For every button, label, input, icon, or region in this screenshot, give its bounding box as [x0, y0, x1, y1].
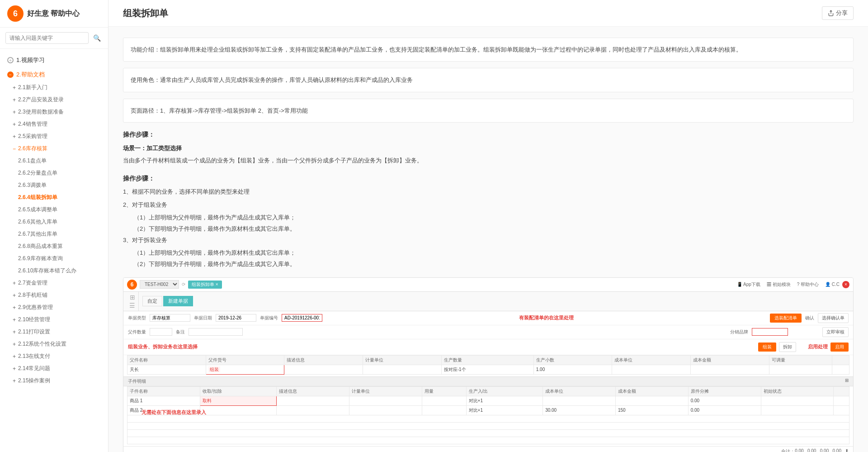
sidebar-item-install[interactable]: + 2.2产品安装及登录 [0, 94, 108, 106]
step2-sub1: （1）上部明细为父件明细，最终作为产成品生成其它入库单； [134, 212, 854, 224]
mock-sync-icon: ⟳ [182, 282, 185, 287]
mock-total-values: 0.00 0.00 0.00 0.00 [795, 448, 841, 452]
sidebar-item-cases[interactable]: + 2.15操作案例 [0, 375, 108, 387]
sidebar-item-faq[interactable]: + 2.14常见问题 [0, 362, 108, 375]
mock-th-cost-unit: 成本单位 [612, 355, 691, 365]
role-block: 使用角色：通常由生产人员或库管人员完成拆装业务的操作，库管人员确认原材料的出库和… [123, 68, 854, 92]
sidebar-item-finance[interactable]: + 2.7资金管理 [0, 277, 108, 289]
mock-enable-btn[interactable]: 启用 [830, 343, 849, 352]
sidebar-item-coupon[interactable]: + 2.9优惠券管理 [0, 301, 108, 314]
mock-total-label: 合计： [781, 448, 795, 452]
main-content: 功能介绍：组装拆卸单用来处理企业组装或拆卸等加工业务，支持有固定装配清单的产品加… [108, 27, 868, 452]
mock-ctd2-prod-io: 对比+1 [466, 405, 543, 415]
sidebar-item-payment[interactable]: + 2.13在线支付 [0, 350, 108, 362]
mock-td-prod-qty: 按对应-1个 [441, 365, 533, 374]
sidebar-item-custom[interactable]: + 2.12系统个性化设置 [0, 338, 108, 350]
mock-th-cost-amt: 成本金额 [691, 355, 769, 365]
mock-cth-cost-amt: 成本金额 [615, 386, 688, 396]
nav-children-docs: + 2.1新手入门 + 2.2产品安装及登录 + 2.3使用前数据准备 + 2.… [0, 81, 108, 387]
search-button[interactable]: 🔍 [91, 34, 103, 42]
mock-th-action [832, 355, 849, 365]
mock-select-bom-btn[interactable]: 选装配清单 [770, 314, 802, 323]
mock-ctd-orig-alloc: 0.00 [688, 396, 761, 405]
mock-cth-name: 子件名称 [127, 386, 200, 396]
share-button[interactable]: 分享 [822, 6, 854, 20]
sidebar-item-purchase[interactable]: + 2.5采购管理 [0, 130, 108, 143]
nav-section-video: + 1.视频学习 [0, 53, 108, 67]
sidebar-item-other-out[interactable]: 2.6.7其他出库单 [0, 228, 108, 240]
annotation2-text: 组装业务、拆卸业务在这里选择 [128, 343, 198, 350]
expand-icon: + [13, 292, 16, 299]
mock-brand-input[interactable] [752, 328, 788, 336]
sidebar-item-sales[interactable]: + 2.4销售管理 [0, 118, 108, 130]
mock-remark-input[interactable] [189, 328, 243, 336]
sidebar-item-help-docs[interactable]: − 2.帮助文档 [0, 68, 108, 81]
steps-list: 1、根据不同的业务，选择不同单据的类型来处理 2、对于组装业务 （1）上部明细为… [123, 186, 854, 270]
step3-sub2: （2）下部明细为子件明细，最终作为产成品生成其它入库单。 [134, 259, 854, 270]
mock-section-divider: 子件明细 ⊞ [123, 376, 853, 386]
sidebar-item-print[interactable]: + 2.11打印设置 [0, 326, 108, 338]
mock-topbar: 6 TEST-H002 ⟳ 组装拆卸单 × 📱 App下载 ☰ 初始模块 ? 帮… [123, 278, 853, 292]
mock-cth-usage: 用量 [422, 386, 466, 396]
sidebar-item-inventory[interactable]: − 2.6库存核算 [0, 143, 108, 155]
sidebar-item-ops[interactable]: + 2.10经营管理 [0, 314, 108, 326]
path-text: 页面路径：1、库存核算->库存管理->组装拆卸单 2、首页->常用功能 [131, 107, 308, 114]
mock-confirm-btn[interactable]: 选择确认单 [818, 313, 849, 323]
sidebar-item-beginner[interactable]: + 2.1新手入门 [0, 81, 108, 94]
mock-th-desc: 描述信息 [284, 355, 363, 365]
sidebar-item-stocktake[interactable]: 2.6.1盘点单 [0, 155, 108, 167]
sidebar: 6 好生意 帮助中心 🔍 + 1.视频学习 − 2.帮助文档 + 2.1新手入门 [0, 0, 108, 452]
sidebar-item-partial-stocktake[interactable]: 2.6.2分量盘点单 [0, 167, 108, 179]
mock-app-download: 📱 App下载 [737, 281, 760, 288]
sidebar-item-data-prep[interactable]: + 2.3使用前数据准备 [0, 106, 108, 118]
mock-close-button[interactable]: × [842, 281, 849, 288]
mock-db-select[interactable]: TEST-H002 [140, 280, 179, 289]
sidebar-item-video-learning[interactable]: + 1.视频学习 [0, 53, 108, 67]
sidebar-item-cost-recalc[interactable]: 2.6.8商品成本重算 [0, 240, 108, 252]
search-input[interactable] [5, 32, 89, 44]
sidebar-item-transfer[interactable]: 2.6.3调拨单 [0, 179, 108, 191]
mock-date-input[interactable] [216, 314, 256, 322]
mock-count-input[interactable] [150, 328, 172, 336]
mock-nav-row: ⊞ ☰ 自定 新建单据 [123, 292, 853, 311]
mock-ctd2-unit [349, 405, 422, 415]
mock-td-row-action [832, 365, 849, 374]
mock-approve-btn[interactable]: 立即审核 [822, 327, 849, 337]
step3: 3、对于拆装业务 [123, 235, 854, 246]
sidebar-item-cost-adjust[interactable]: 2.6.5成本调整单 [0, 204, 108, 216]
mock-th-unit: 计量单位 [363, 355, 442, 365]
collapse-icon: − [7, 71, 14, 78]
mock-assembly-btn[interactable]: 组装 [758, 343, 776, 352]
mock-app-logo: 6 [127, 280, 137, 290]
step3-sub1: （1）上部明细为父件明细，最终作为原材料生成其它出库单； [134, 247, 854, 259]
annotation1-text: 有装配清单的在这里处理 [326, 314, 766, 321]
mock-ctd2-init-state [761, 405, 834, 415]
table-row [127, 437, 849, 444]
sidebar-item-ledger[interactable]: 2.6.9库存账本查询 [0, 252, 108, 265]
scene1-title: 场景一：加工类型选择 [123, 144, 854, 152]
mock-ctd-init-state [761, 396, 834, 405]
mock-docno-input[interactable] [282, 314, 322, 322]
screenshot-container: 6 TEST-H002 ⟳ 组装拆卸单 × 📱 App下载 ☰ 初始模块 ? 帮… [123, 277, 854, 452]
sidebar-item-assembly[interactable]: 2.6.4组装拆卸单 [0, 191, 108, 204]
table-row: 天长 组装 按对应-1个 1.00 [127, 365, 849, 374]
step2-sub2: （2）下部明细为子件明细，最终作为原材料生成其它出库单。 [134, 224, 854, 235]
mock-td-unit [363, 365, 442, 374]
mock-init-module: ☰ 初始模块 [767, 281, 791, 288]
sidebar-item-ledger-error[interactable]: 2.6.10库存账本错了么办 [0, 265, 108, 277]
table-row [127, 422, 849, 429]
sidebar-item-other-in[interactable]: 2.6.6其他入库单 [0, 216, 108, 228]
mock-user-avatar: 👤 C.C [825, 282, 840, 287]
mock-tab-new-doc[interactable]: 新建单据 [163, 296, 193, 306]
expand-icon: + [13, 329, 16, 335]
expand-icon: + [13, 366, 16, 372]
sidebar-item-label: 2.帮助文档 [16, 71, 45, 79]
mock-disassembly-btn[interactable]: 拆卸 [779, 342, 796, 352]
mock-tab-custom[interactable]: 自定 [142, 296, 162, 306]
mock-brand-label: 分销品牌 [730, 329, 748, 335]
sidebar-item-mobile[interactable]: + 2.8手机旺铺 [0, 289, 108, 301]
expand-icon: + [13, 305, 16, 311]
app-name: 好生意 帮助中心 [27, 9, 80, 19]
mock-help-center: ? 帮助中心 [797, 281, 819, 288]
mock-doc-type-input[interactable] [150, 314, 190, 322]
